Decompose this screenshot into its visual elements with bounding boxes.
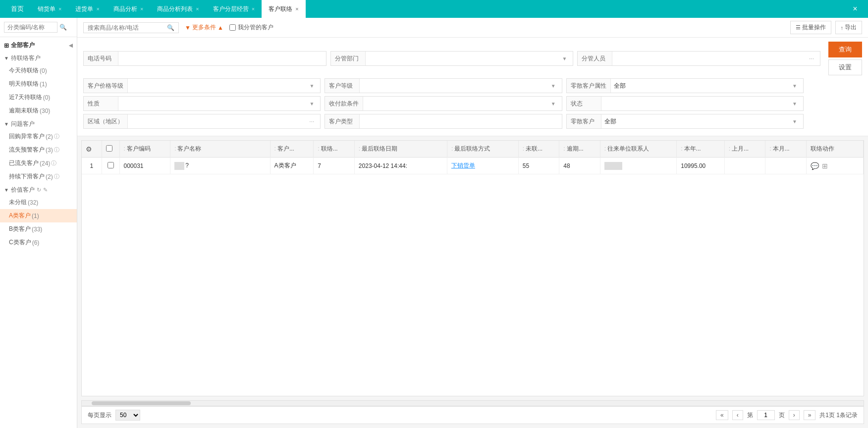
customer-level-arrow-icon[interactable]: ▼	[548, 83, 559, 89]
filter-search-icon[interactable]: 🔍	[167, 24, 174, 31]
tab-purchase-order[interactable]: 进货单 ×	[68, 0, 106, 18]
price-level-arrow-icon[interactable]: ▼	[306, 83, 317, 89]
last-page-button[interactable]: »	[804, 410, 816, 420]
sidebar-search-input[interactable]	[4, 22, 57, 33]
query-btn-group: 查询 设置	[828, 42, 862, 75]
region-dots-icon[interactable]: ···	[306, 118, 317, 125]
info-icon-churn-warning: ⓘ	[54, 146, 59, 154]
all-customers-label: 全部客户	[11, 41, 35, 50]
export-icon: ↑	[841, 25, 844, 31]
tab-product-analysis-list[interactable]: 商品分析列表 ×	[150, 0, 206, 18]
filter-retail-customer: 零散客户 全部 ▼	[566, 114, 804, 129]
filter-customer-level: 客户等级 ▼	[325, 78, 562, 93]
tab-customer-tier[interactable]: 客户分层经营 ×	[206, 0, 262, 18]
chat-action-icon[interactable]: 💬	[811, 162, 819, 170]
edit-value-icon[interactable]: ✎	[43, 187, 48, 193]
my-customers-check[interactable]	[229, 24, 236, 31]
filter-payment: 收付款条件 ▼	[325, 96, 562, 111]
sidebar-collapse-icon[interactable]: ◀	[69, 43, 73, 48]
select-all-checkbox[interactable]	[106, 145, 112, 152]
col-last-contact-method: :最后联络方式	[447, 141, 518, 158]
sidebar-item-today[interactable]: 今天待联络 (0)	[0, 64, 77, 77]
filter-bar: 🔍 ▼ 更多条件 ▲ 我分管的客户 ☰ 批量操作 ↑ 导出	[77, 18, 868, 38]
contact-method-link[interactable]: 下销货单	[451, 162, 475, 169]
prev-page-button[interactable]: ‹	[732, 410, 743, 420]
cell-checkbox[interactable]	[102, 158, 119, 174]
close-contact-icon[interactable]: ×	[295, 6, 298, 12]
horizontal-scrollbar[interactable]	[81, 400, 864, 406]
cell-last-month	[724, 158, 765, 174]
close-sales-icon[interactable]: ×	[58, 6, 61, 12]
cell-this-month	[765, 158, 807, 174]
filter-search-input[interactable]	[88, 24, 167, 31]
filter-customer-type: 客户类型	[325, 114, 562, 129]
nature-arrow-icon[interactable]: ▼	[306, 101, 317, 107]
more-filters-button[interactable]: ▼ 更多条件 ▲	[185, 23, 223, 32]
all-customers-header[interactable]: ⊞ 全部客户 ◀	[0, 37, 77, 52]
top-nav: 首页 销货单 × 进货单 × 商品分析 × 商品分析列表 × 客户分层经营 × …	[0, 0, 868, 18]
col-customer-code: :客户编码	[119, 141, 170, 158]
payment-arrow-icon[interactable]: ▼	[548, 101, 559, 107]
my-customers-checkbox[interactable]: 我分管的客户	[229, 23, 273, 32]
sidebar-item-7days[interactable]: 近7天待联络 (0)	[0, 91, 77, 104]
next-page-button[interactable]: ›	[789, 410, 800, 420]
query-button[interactable]: 查询	[828, 42, 862, 57]
col-this-year: :本年...	[677, 141, 724, 158]
sidebar-search-bar: 🔍	[0, 18, 77, 37]
tab-product-analysis[interactable]: 商品分析 ×	[107, 0, 150, 18]
col-last-month: :上月...	[724, 141, 765, 158]
value-customers-group: ▼ 价值客户 ↻ ✎	[0, 183, 77, 196]
data-table-wrapper: ⚙ :客户编码 :客户名称 :客户...	[81, 140, 864, 396]
sidebar-item-churned[interactable]: 已流失客户 (24) ⓘ	[0, 157, 77, 170]
first-page-button[interactable]: «	[716, 410, 728, 420]
status-arrow-icon[interactable]: ▼	[789, 101, 800, 107]
col-checkbox[interactable]	[102, 141, 119, 158]
sidebar-item-class-a[interactable]: A类客户 (1)	[0, 209, 77, 222]
sidebar-item-class-c[interactable]: C类客户 (6)	[0, 236, 77, 249]
tab-customer-contact[interactable]: 客户联络 ×	[262, 0, 305, 18]
close-analysis-icon[interactable]: ×	[140, 6, 143, 12]
cell-contact-person	[600, 158, 676, 174]
cell-contact-count: 7	[314, 158, 355, 174]
dept-arrow-icon[interactable]: ▼	[559, 56, 570, 61]
filter-retail-attr: 零散客户属性 全部 ▼	[566, 78, 804, 93]
sidebar-item-class-b[interactable]: B类客户 (33)	[0, 222, 77, 236]
qr-action-icon[interactable]: ⊞	[822, 162, 828, 170]
page-label: 第	[747, 411, 753, 420]
sidebar-search-icon[interactable]: 🔍	[59, 24, 67, 31]
tab-sales-order[interactable]: 销货单 ×	[31, 0, 68, 18]
close-purchase-icon[interactable]: ×	[96, 6, 99, 12]
table-header-row: ⚙ :客户编码 :客户名称 :客户...	[82, 141, 864, 158]
pending-contact-group: ▼ 待联络客户	[0, 52, 77, 64]
manager-dots-icon[interactable]: ···	[806, 55, 817, 62]
settings-button[interactable]: 设置	[828, 59, 862, 75]
page-size-select[interactable]: 50 100 200	[115, 410, 140, 421]
sidebar-item-abnormal-repurchase[interactable]: 回购异常客户 (2) ⓘ	[0, 130, 77, 143]
cell-not-contacted: 55	[518, 158, 559, 174]
close-tier-icon[interactable]: ×	[252, 6, 255, 12]
filter-nature: 性质 ▼	[83, 96, 321, 111]
cell-last-date: 2023-04-12 14:44:	[354, 158, 447, 174]
close-analysis-list-icon[interactable]: ×	[196, 6, 199, 12]
window-close-button[interactable]: ×	[846, 0, 864, 18]
page-number-input[interactable]	[757, 410, 775, 420]
row-checkbox[interactable]	[108, 162, 114, 168]
refresh-value-icon[interactable]: ↻	[37, 187, 41, 193]
cell-this-year: 10995.00	[677, 158, 724, 174]
retail-customer-arrow-icon[interactable]: ▼	[789, 119, 800, 124]
home-tab[interactable]: 首页	[4, 0, 31, 18]
sidebar-item-tomorrow[interactable]: 明天待联络 (1)	[0, 77, 77, 91]
content-area: 🔍 ▼ 更多条件 ▲ 我分管的客户 ☰ 批量操作 ↑ 导出	[77, 18, 868, 428]
export-button[interactable]: ↑ 导出	[835, 21, 863, 34]
name-avatar	[174, 162, 184, 170]
sidebar-item-unclassified[interactable]: 未分组 (32)	[0, 196, 77, 209]
scrollbar-thumb[interactable]	[92, 401, 191, 405]
col-settings[interactable]: ⚙	[82, 141, 102, 158]
sidebar-item-declining[interactable]: 持续下滑客户 (2) ⓘ	[0, 170, 77, 183]
page-unit: 页	[779, 411, 785, 420]
retail-attr-arrow-icon[interactable]: ▼	[789, 83, 800, 89]
sidebar-item-churn-warning[interactable]: 流失预警客户 (3) ⓘ	[0, 143, 77, 157]
batch-operations-button[interactable]: ☰ 批量操作	[790, 21, 831, 34]
filter-status: 状态 ▼	[566, 96, 804, 111]
sidebar-item-overdue[interactable]: 逾期未联络 (30)	[0, 104, 77, 117]
